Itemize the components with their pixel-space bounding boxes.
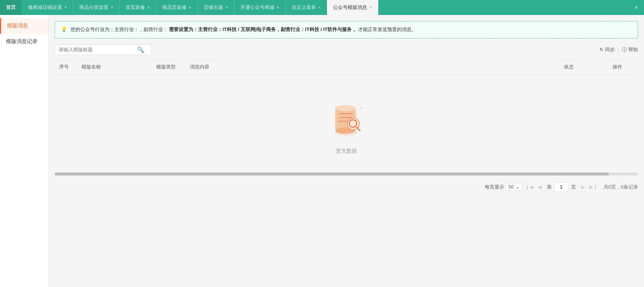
svg-point-12 xyxy=(359,104,360,105)
page-size-label: 每页显示 xyxy=(485,184,504,190)
page-input[interactable] xyxy=(554,182,569,192)
sidebar-item-template-msg[interactable]: 模版消息 xyxy=(0,18,48,34)
data-table: 序号 模版名称 模版类型 消息内容 状态 操作 xyxy=(55,59,638,74)
page-unit: 页 xyxy=(571,184,576,190)
page-size-select: 每页显示 50 ⌄ xyxy=(485,183,522,191)
tab-micro-shop[interactable]: 微商城店铺设置 × xyxy=(22,0,73,15)
svg-point-2 xyxy=(335,105,355,111)
col-status: 状态 xyxy=(560,59,608,74)
main-layout: 模版消息 模版消息记录 💡 您的公众号行业为：主营行业：，副营行业： 需要设置为… xyxy=(0,15,644,287)
page-size-dropdown[interactable]: 50 ⌄ xyxy=(506,183,522,191)
tab-bar: 首页 微商城店铺设置 × 商品分类设置 × 首页装修 × 商品页装修 × 店铺主… xyxy=(0,0,644,15)
close-template-msg[interactable]: × xyxy=(369,5,372,10)
tab-category[interactable]: 商品分类设置 × xyxy=(73,0,120,15)
close-all-tabs[interactable]: × xyxy=(629,4,644,11)
alert-highlight: 需要设置为：主营行业：IT科技 / 互联网|电子商务，副营行业：IT科技 / I… xyxy=(169,27,357,32)
next-page-button[interactable]: ▶ xyxy=(578,182,588,192)
tab-product-decor[interactable]: 商品页装修 × xyxy=(156,0,198,15)
close-category[interactable]: × xyxy=(111,5,113,10)
tab-open-mall[interactable]: 开通公众号商城 × xyxy=(234,0,286,15)
scroll-thumb[interactable] xyxy=(55,172,609,175)
col-name: 模版名称 xyxy=(77,59,152,74)
close-shop-theme[interactable]: × xyxy=(225,5,228,10)
empty-icon xyxy=(324,97,369,142)
col-content: 消息内容 xyxy=(185,59,560,74)
bulb-icon: 💡 xyxy=(61,27,67,32)
close-custom-menu[interactable]: × xyxy=(318,5,321,10)
sync-button[interactable]: ↻ 同步 xyxy=(600,46,615,53)
col-index: 序号 xyxy=(55,59,77,74)
tab-template-msg[interactable]: 公众号模版消息 × xyxy=(327,0,378,15)
toolbar-divider: | xyxy=(618,47,619,52)
sidebar: 模版消息 模版消息记录 xyxy=(0,15,49,287)
tab-home[interactable]: 首页 xyxy=(0,0,22,15)
prev-page-button[interactable]: ◀ xyxy=(535,182,545,192)
last-page-button[interactable]: ▶❙ xyxy=(589,182,598,192)
tab-home-decor[interactable]: 首页装修 × xyxy=(120,0,156,15)
search-input[interactable] xyxy=(59,47,137,52)
sidebar-item-template-record[interactable]: 模版消息记录 xyxy=(0,34,48,49)
col-type: 模版类型 xyxy=(152,59,185,74)
table-header-row: 序号 模版名称 模版类型 消息内容 状态 操作 xyxy=(55,59,638,74)
horizontal-scrollbar[interactable] xyxy=(55,172,638,175)
first-page-button[interactable]: ❙◀ xyxy=(524,182,534,192)
close-open-mall[interactable]: × xyxy=(277,5,279,10)
content-area: 💡 您的公众号行业为：主营行业：，副营行业： 需要设置为：主营行业：IT科技 /… xyxy=(49,15,644,287)
search-input-wrap: 🔍 xyxy=(55,45,152,55)
close-home-decor[interactable]: × xyxy=(147,5,150,10)
page-nav: ❙◀ ◀ 第 页 ▶ ▶❙ xyxy=(524,182,598,192)
search-bar: 🔍 ↻ 同步 | ⓘ 帮助 xyxy=(55,45,638,55)
close-product-decor[interactable]: × xyxy=(189,5,191,10)
help-icon: ⓘ xyxy=(622,46,627,53)
svg-point-10 xyxy=(360,107,363,109)
pagination: 每页显示 50 ⌄ ❙◀ ◀ 第 页 ▶ ▶❙ 共0页，0条记录 xyxy=(55,178,638,196)
tab-custom-menu[interactable]: 自定义菜单 × xyxy=(286,0,327,15)
page-label: 第 xyxy=(547,184,552,190)
col-action: 操作 xyxy=(608,59,638,74)
empty-state: 暂无数据 xyxy=(55,74,638,170)
svg-point-11 xyxy=(364,113,366,115)
help-button[interactable]: ⓘ 帮助 xyxy=(622,46,638,53)
search-icon[interactable]: 🔍 xyxy=(137,46,144,53)
toolbar-right: ↻ 同步 | ⓘ 帮助 xyxy=(600,46,638,53)
empty-text: 暂无数据 xyxy=(336,148,357,155)
total-info: 共0页，0条记录 xyxy=(604,184,638,190)
sync-icon: ↻ xyxy=(600,47,604,52)
alert-box: 💡 您的公众号行业为：主营行业：，副营行业： 需要设置为：主营行业：IT科技 /… xyxy=(55,21,638,39)
chevron-down-icon: ⌄ xyxy=(515,184,520,190)
close-micro-shop[interactable]: × xyxy=(64,5,67,10)
tab-shop-theme[interactable]: 店铺主题 × xyxy=(198,0,234,15)
